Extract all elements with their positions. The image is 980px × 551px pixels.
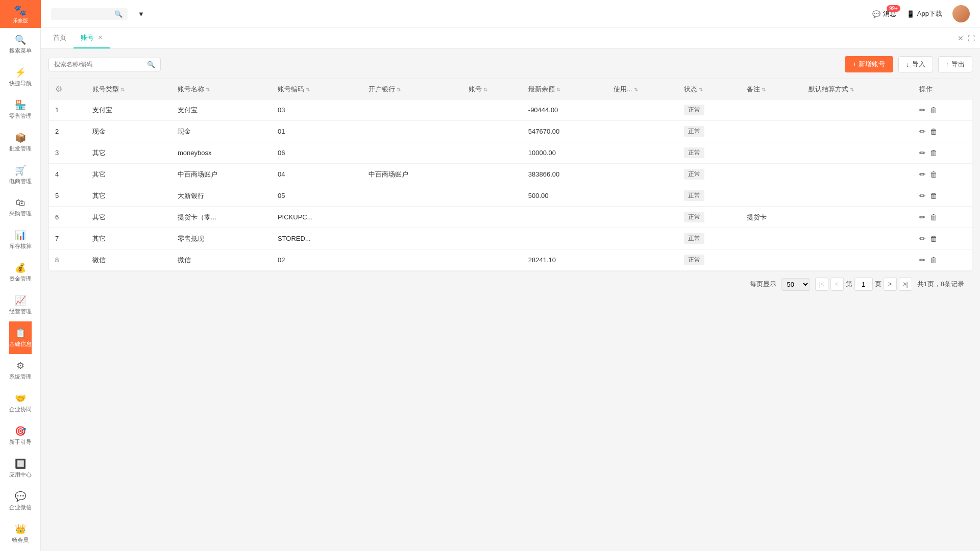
table-row: 8 微信 微信 02 28241.10 正常 ✏ 🗑 [49, 249, 972, 271]
export-label: 导出 [951, 60, 965, 69]
close-tab-button[interactable]: ✕ [958, 34, 964, 42]
row-status: 正常 [678, 142, 741, 164]
sidebar-item-wholesale[interactable]: 📦 批发管理 [9, 126, 32, 159]
row-balance: 10000.00 [522, 142, 607, 164]
sidebar-item-basic[interactable]: 📋 基础信息 [9, 321, 32, 354]
sort-icon-bank: ⇅ [397, 87, 401, 92]
tab-account[interactable]: 账号✕ [74, 28, 110, 48]
sidebar-item-ecommerce[interactable]: 🛒 电商管理 [9, 159, 32, 191]
logo-text: 乐账版 [13, 17, 28, 24]
agreement-label: 企业协同 [9, 406, 32, 413]
import-button[interactable]: ↓ 导入 [898, 56, 933, 72]
row-type: 其它 [86, 228, 172, 249]
row-usage [607, 249, 678, 271]
page-number-input[interactable] [854, 278, 873, 291]
delete-button[interactable]: 🗑 [930, 213, 938, 221]
sidebar-item-inventory[interactable]: 📊 库存核算 [9, 223, 32, 256]
sort-icon-code: ⇅ [306, 87, 310, 92]
page-last-button[interactable]: >| [899, 278, 912, 291]
fullscreen-button[interactable]: ⛶ [968, 34, 975, 42]
col-status-header[interactable]: 状态⇅ [678, 79, 741, 99]
delete-button[interactable]: 🗑 [930, 191, 938, 200]
sidebar-item-vip[interactable]: 👑 畅会员 [9, 517, 32, 550]
col-usage-header[interactable]: 使用...⇅ [607, 79, 678, 99]
content-area: 🔍 + 新增账号 ↓ 导入 ↑ 导出 ⚙ 账号类型⇅ [41, 48, 980, 551]
sidebar-item-search[interactable]: 🔍 搜索菜单 [9, 28, 32, 61]
edit-button[interactable]: ✏ [919, 213, 926, 222]
sort-icon-name: ⇅ [206, 87, 210, 92]
sidebar-item-newbie[interactable]: 🎯 新手引导 [9, 419, 32, 452]
export-button[interactable]: ↑ 导出 [938, 56, 973, 72]
edit-button[interactable]: ✏ [919, 234, 926, 243]
sidebar-item-retail[interactable]: 🏪 零售管理 [9, 93, 32, 126]
sidebar-item-wechat[interactable]: 💬 企业微信 [9, 485, 32, 517]
system-label: 系统管理 [9, 373, 32, 381]
message-button[interactable]: 💬 消息 99+ [872, 9, 896, 18]
row-type: 其它 [86, 142, 172, 164]
sidebar-item-agreement[interactable]: 🤝 企业协同 [9, 387, 32, 419]
delete-button[interactable]: 🗑 [930, 234, 938, 243]
page-next-button[interactable]: > [884, 278, 897, 291]
col-name-label: 账号名称 [178, 85, 204, 93]
sidebar-item-purchase[interactable]: 🛍 采购管理 [9, 191, 32, 223]
sidebar-item-shortcut[interactable]: ⚡ 快捷导航 [9, 61, 32, 93]
col-settlement-header[interactable]: 默认结算方式⇅ [802, 79, 913, 99]
page-prev-button[interactable]: < [830, 278, 844, 291]
row-code: PICKUPC... [272, 207, 362, 228]
row-bank [362, 185, 462, 207]
col-bank-header[interactable]: 开户银行⇅ [362, 79, 462, 99]
tab-account-close[interactable]: ✕ [98, 34, 103, 41]
row-settlement [802, 164, 913, 185]
delete-button[interactable]: 🗑 [930, 106, 938, 114]
row-remark [741, 228, 802, 249]
row-settlement [802, 228, 913, 249]
edit-button[interactable]: ✏ [919, 106, 926, 115]
col-type-header[interactable]: 账号类型⇅ [86, 79, 172, 99]
header-dropdown[interactable]: ▼ [138, 10, 144, 18]
row-status: 正常 [678, 207, 741, 228]
purchase-icon: 🛍 [16, 197, 25, 208]
edit-button[interactable]: ✏ [919, 127, 926, 136]
edit-button[interactable]: ✏ [919, 148, 926, 158]
sidebar-item-system[interactable]: ⚙ 系统管理 [9, 354, 32, 387]
row-no: 2 [49, 121, 86, 142]
sidebar-item-appstore[interactable]: 🔲 应用中心 [9, 452, 32, 485]
edit-button[interactable]: ✏ [919, 256, 926, 265]
edit-button[interactable]: ✏ [919, 191, 926, 201]
app-download-button[interactable]: 📱 App下载 [906, 9, 942, 18]
table-row: 1 支付宝 支付宝 03 -90444.00 正常 ✏ 🗑 [49, 99, 972, 121]
col-balance-header[interactable]: 最新余额⇅ [522, 79, 607, 99]
col-code-header[interactable]: 账号编码⇅ [272, 79, 362, 99]
sidebar-item-finance[interactable]: 💰 资金管理 [9, 256, 32, 289]
action-buttons: ✏ 🗑 [919, 256, 966, 265]
agreement-icon: 🤝 [15, 393, 26, 404]
edit-button[interactable]: ✏ [919, 170, 926, 179]
ecommerce-icon: 🛒 [15, 165, 26, 176]
page-first-button[interactable]: |< [815, 278, 828, 291]
row-account [462, 249, 522, 271]
header-search-box[interactable]: 🔍 [51, 8, 128, 20]
row-balance: 547670.00 [522, 121, 607, 142]
delete-button[interactable]: 🗑 [930, 148, 938, 157]
row-name: 提货卡（零... [172, 207, 272, 228]
row-actions: ✏ 🗑 [913, 207, 972, 228]
account-search-input[interactable] [54, 61, 144, 68]
header-search-input[interactable] [56, 10, 112, 17]
col-account-header[interactable]: 账号⇅ [462, 79, 522, 99]
tab-home[interactable]: 首页 [46, 28, 74, 48]
delete-button[interactable]: 🗑 [930, 127, 938, 136]
add-account-button[interactable]: + 新增账号 [845, 56, 893, 72]
user-avatar[interactable] [952, 5, 970, 22]
delete-button[interactable]: 🗑 [930, 256, 938, 264]
account-search-box[interactable]: 🔍 [48, 58, 161, 71]
status-badge: 正常 [684, 212, 704, 222]
per-page-select[interactable]: 50 20 100 [781, 278, 810, 291]
sidebar-logo[interactable]: 🐾 乐账版 [0, 0, 41, 28]
row-bank [362, 249, 462, 271]
col-name-header[interactable]: 账号名称⇅ [172, 79, 272, 99]
sidebar-item-business[interactable]: 📈 经营管理 [9, 289, 32, 321]
delete-button[interactable]: 🗑 [930, 170, 938, 179]
row-account [462, 121, 522, 142]
col-remark-header[interactable]: 备注⇅ [741, 79, 802, 99]
col-gear-header[interactable]: ⚙ [49, 79, 86, 99]
